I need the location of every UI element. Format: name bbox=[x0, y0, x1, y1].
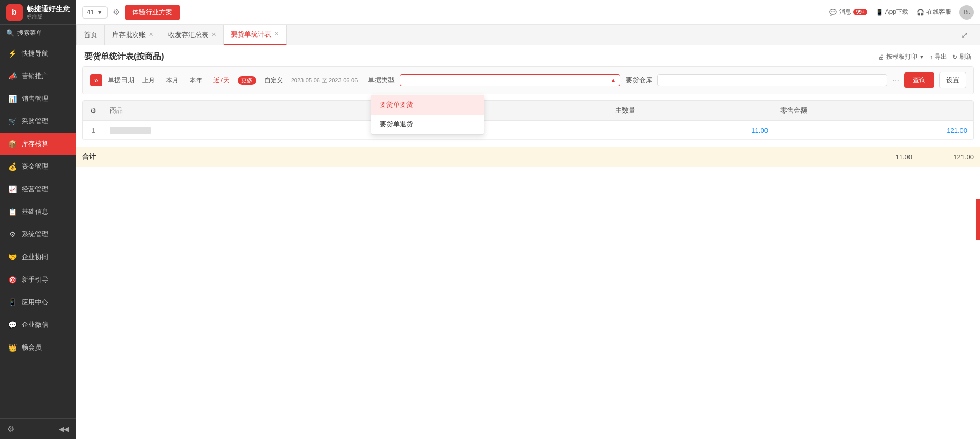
query-btn[interactable]: 查询 bbox=[904, 72, 934, 88]
nav-icon-sales: 📊 bbox=[7, 94, 17, 104]
col-header-qty: 主数量 bbox=[609, 101, 774, 121]
cell-amount[interactable]: 121.00 bbox=[774, 121, 973, 140]
page-content: 要货单统计表(按商品) 🖨 按模板打印 ▼ ↑ 导出 ↻ 刷新 bbox=[76, 45, 980, 439]
nav-icon-basic: 📋 bbox=[7, 207, 17, 217]
sidebar-item-finance[interactable]: 💰 资金管理 bbox=[0, 155, 76, 178]
sidebar-item-sales[interactable]: 📊 销售管理 bbox=[0, 87, 76, 110]
tab-label-order-summary: 要货单统计表 bbox=[231, 30, 271, 39]
nav-label-basic: 基础信息 bbox=[22, 207, 69, 216]
date-btn-7days[interactable]: 近7天 bbox=[210, 75, 233, 86]
app-download-label: App下载 bbox=[885, 8, 908, 16]
nav-icon-enterprise: 🤝 bbox=[7, 252, 17, 262]
date-custom-btn[interactable]: 自定义 bbox=[261, 75, 286, 86]
type-input[interactable] bbox=[400, 74, 620, 86]
refresh-btn[interactable]: ↻ 刷新 bbox=[952, 52, 972, 61]
sidebar-item-member[interactable]: 👑 畅会员 bbox=[0, 336, 76, 359]
dropdown-item-order-request[interactable]: 要货单要货 bbox=[371, 95, 484, 115]
date-btn-last-month[interactable]: 上月 bbox=[139, 75, 158, 86]
sidebar-item-enterprise[interactable]: 🤝 企业协同 bbox=[0, 246, 76, 268]
tab-label-home: 首页 bbox=[84, 30, 97, 40]
table-header-row: ⚙商品主计量单位主数量零售金额 bbox=[83, 101, 973, 121]
nav-icon-app-center: 📱 bbox=[7, 297, 17, 307]
nav-label-finance: 资金管理 bbox=[22, 162, 69, 171]
sidebar-item-purchase[interactable]: 🛒 采购管理 bbox=[0, 110, 76, 133]
type-label: 单据类型 bbox=[368, 76, 395, 85]
nav-icon-quick-nav: ⚡ bbox=[7, 48, 17, 59]
logo-sub: 标准版 bbox=[27, 13, 70, 20]
export-label: 导出 bbox=[935, 52, 947, 61]
avatar[interactable]: Rit bbox=[959, 5, 974, 20]
nav-icon-marketing: 📣 bbox=[7, 71, 17, 81]
tabs-expand-icon[interactable]: ⤢ bbox=[955, 30, 974, 40]
nav-label-marketing: 营销推广 bbox=[22, 71, 69, 81]
sidebar-item-guide[interactable]: 🎯 新手引导 bbox=[0, 268, 76, 291]
sidebar-item-basic[interactable]: 📋 基础信息 bbox=[0, 200, 76, 223]
tab-close-receipt-summary[interactable]: ✕ bbox=[211, 31, 216, 38]
store-value: 41 bbox=[87, 9, 94, 16]
avatar-text: Rit bbox=[964, 9, 970, 15]
cell-seq: 1 bbox=[83, 121, 103, 140]
sidebar-item-system[interactable]: ⚙ 系统管理 bbox=[0, 223, 76, 246]
cell-qty[interactable]: 11.00 bbox=[609, 121, 774, 140]
sidebar-footer: ⚙ ◀◀ bbox=[0, 418, 76, 439]
type-dropdown-icon[interactable]: ▲ bbox=[610, 77, 616, 84]
sidebar-item-quick-nav[interactable]: ⚡ 快捷导航 bbox=[0, 42, 76, 65]
sidebar-item-app-center[interactable]: 📱 应用中心 bbox=[0, 291, 76, 314]
page-header: 要货单统计表(按商品) 🖨 按模板打印 ▼ ↑ 导出 ↻ 刷新 bbox=[76, 45, 980, 66]
tab-label-receipt-summary: 收发存汇总表 bbox=[168, 30, 208, 40]
print-chevron-icon: ▼ bbox=[919, 54, 924, 60]
topbar-gear-icon[interactable]: ⚙ bbox=[113, 7, 120, 17]
collapse-icon[interactable]: ◀◀ bbox=[59, 425, 69, 433]
phone-icon: 📱 bbox=[876, 9, 883, 16]
footer-amount: 121.00 bbox=[912, 153, 974, 161]
tab-order-summary[interactable]: 要货单统计表✕ bbox=[224, 25, 287, 45]
page-title: 要货单统计表(按商品) bbox=[84, 51, 164, 62]
filter-expand-btn[interactable]: » bbox=[90, 74, 102, 86]
app-download-btn[interactable]: 📱 App下载 bbox=[876, 8, 908, 16]
scroll-handle[interactable] bbox=[976, 199, 980, 240]
settings-icon[interactable]: ⚙ bbox=[7, 424, 14, 434]
tab-close-inventory-batch[interactable]: ✕ bbox=[149, 31, 153, 38]
headset-icon: 🎧 bbox=[917, 9, 924, 16]
date-label: 单据日期 bbox=[108, 76, 134, 85]
customer-service-btn[interactable]: 🎧 在线客服 bbox=[917, 8, 951, 16]
warehouse-input[interactable] bbox=[657, 74, 887, 86]
nav-label-inventory: 库存核算 bbox=[22, 139, 69, 149]
page-actions: 🖨 按模板打印 ▼ ↑ 导出 ↻ 刷新 bbox=[878, 52, 972, 61]
sidebar-item-marketing[interactable]: 📣 营销推广 bbox=[0, 65, 76, 87]
data-table: ⚙商品主计量单位主数量零售金额 1 块 11.00 121.00 bbox=[83, 101, 973, 140]
nav-label-member: 畅会员 bbox=[22, 343, 69, 352]
sidebar-item-operations[interactable]: 📈 经营管理 bbox=[0, 178, 76, 200]
messages-btn[interactable]: 💬 消息 99+ bbox=[829, 8, 867, 16]
store-selector[interactable]: 41 ▼ bbox=[82, 6, 108, 19]
nav-icon-finance: 💰 bbox=[7, 161, 17, 172]
tab-inventory-batch[interactable]: 库存批次账✕ bbox=[105, 25, 161, 45]
filter-more-icon[interactable]: ··· bbox=[893, 76, 899, 85]
main-area: 41 ▼ ⚙ 体验行业方案 💬 消息 99+ 📱 App下载 🎧 在线客服 Ri… bbox=[76, 0, 980, 439]
refresh-label: 刷新 bbox=[959, 52, 972, 61]
print-btn[interactable]: 🖨 按模板打印 ▼ bbox=[878, 52, 924, 61]
date-more-tag[interactable]: 更多 bbox=[238, 76, 256, 85]
chevron-down-icon: ▼ bbox=[97, 9, 103, 16]
type-dropdown: 要货单要货要货单退货 bbox=[371, 95, 484, 135]
sidebar-item-inventory[interactable]: 📦 库存核算 bbox=[0, 133, 76, 155]
expand-icon: » bbox=[94, 76, 98, 84]
date-btn-this-month[interactable]: 本月 bbox=[163, 75, 182, 86]
nav-label-app-center: 应用中心 bbox=[22, 298, 69, 307]
nav-icon-operations: 📈 bbox=[7, 184, 17, 194]
search-menu[interactable]: 🔍 搜索菜单 bbox=[0, 25, 76, 42]
export-btn[interactable]: ↑ 导出 bbox=[930, 52, 947, 61]
tab-close-order-summary[interactable]: ✕ bbox=[274, 31, 279, 38]
nav-icon-guide: 🎯 bbox=[7, 275, 17, 285]
topbar-right: 💬 消息 99+ 📱 App下载 🎧 在线客服 Rit bbox=[829, 5, 974, 20]
nav-icon-member: 👑 bbox=[7, 342, 17, 353]
tab-home[interactable]: 首页 bbox=[76, 25, 105, 45]
tab-receipt-summary[interactable]: 收发存汇总表✕ bbox=[161, 25, 224, 45]
sidebar-item-wechat[interactable]: 💬 企业微信 bbox=[0, 314, 76, 336]
dropdown-item-order-return[interactable]: 要货单退货 bbox=[371, 115, 484, 134]
filter-settings-btn[interactable]: 设置 bbox=[939, 72, 966, 88]
date-btn-this-year[interactable]: 本年 bbox=[187, 75, 205, 86]
export-icon: ↑ bbox=[930, 53, 933, 61]
nav-label-purchase: 采购管理 bbox=[22, 117, 69, 126]
promo-button[interactable]: 体验行业方案 bbox=[125, 5, 180, 20]
